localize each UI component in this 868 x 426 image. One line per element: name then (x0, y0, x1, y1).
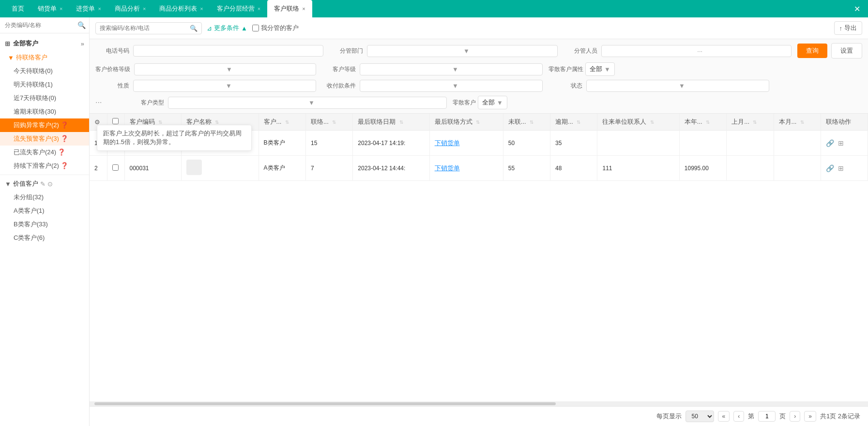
cell-contact-person-2: 111 (597, 156, 679, 181)
top-nav: 首页 销货单 × 进货单 × 商品分析 × 商品分析列表 × 客户分层经营 × … (0, 0, 868, 17)
tree-all-customers[interactable]: ⊞ 全部客户 » (0, 36, 89, 51)
sidebar-search-input[interactable] (5, 22, 77, 29)
main-search-icon[interactable]: 🔍 (190, 25, 198, 32)
retail-customer-select[interactable]: 全部 ▼ (478, 96, 507, 109)
arrow-value-icon: ▼ (5, 180, 11, 188)
sort-date-icon[interactable]: ⇅ (399, 119, 403, 125)
window-close-button[interactable]: ✕ (851, 4, 863, 14)
close-product-analysis-list-icon[interactable]: × (200, 6, 203, 12)
customer-type-select[interactable]: ▼ (168, 97, 447, 109)
price-grade-select[interactable]: ▼ (134, 63, 316, 75)
collapse-icon[interactable]: » (81, 40, 84, 47)
close-product-analysis-icon[interactable]: × (143, 6, 146, 12)
sidebar-item-class-c[interactable]: C类客户(6) (0, 231, 89, 245)
nav-customer-tier[interactable]: 客户分层经营 × (210, 0, 267, 17)
sidebar-item-today[interactable]: 今天待联络(0) (0, 64, 89, 78)
nav-customer-contact[interactable]: 客户联络 × (267, 0, 312, 17)
more-conditions-button[interactable]: ⊿ 更多条件 ▲ (207, 24, 247, 32)
close-purchase-order-icon[interactable]: × (98, 6, 101, 12)
contact-icon-1[interactable]: 🔗 (826, 139, 834, 147)
sort-code-icon[interactable]: ⇅ (158, 119, 162, 125)
more-icon-2[interactable]: ⊞ (838, 164, 844, 172)
sort-contact-icon[interactable]: ⇅ (332, 119, 336, 125)
horizontal-scrollbar[interactable] (90, 401, 868, 406)
sort-method-icon[interactable]: ⇅ (476, 119, 480, 125)
last-page-button[interactable]: » (804, 411, 816, 422)
sort-type-icon[interactable]: ⇅ (285, 119, 289, 125)
cell-last-date-2: 2023-04-12 14:44: (353, 156, 429, 181)
payment-select[interactable]: ▼ (360, 80, 543, 92)
cell-contact-count-1: 15 (305, 131, 352, 156)
sort-overdue-icon[interactable]: ⇅ (577, 119, 580, 125)
customer-grade-select[interactable]: ▼ (360, 63, 543, 75)
sidebar-item-declining[interactable]: 持续下滑客户(2) ❓ (0, 159, 89, 173)
main-search-input[interactable] (100, 25, 190, 31)
cell-type-2: A类客户 (259, 156, 305, 181)
close-sales-order-icon[interactable]: × (60, 6, 62, 12)
price-grade-arrow-icon: ▼ (226, 66, 312, 73)
per-page-label: 每页显示 (656, 412, 682, 421)
prev-page-button[interactable]: ‹ (733, 411, 744, 422)
nav-purchase-order[interactable]: 进货单 × (69, 0, 107, 17)
scroll-thumb[interactable] (94, 402, 556, 405)
sort-name-icon[interactable]: ⇅ (215, 119, 219, 125)
nature-select[interactable]: ▼ (133, 80, 316, 92)
nav-product-analysis[interactable]: 商品分析 × (108, 0, 152, 17)
sort-contact-person-icon[interactable]: ⇅ (650, 119, 654, 125)
export-button[interactable]: ↑ 导出 (834, 21, 863, 35)
sidebar-item-7days[interactable]: 近7天待联络(0) (0, 91, 89, 105)
contact-icon-2[interactable]: 🔗 (826, 164, 834, 172)
per-page-select[interactable]: 50 100 (685, 411, 714, 422)
retail-attr-select[interactable]: 全部 ▼ (585, 62, 615, 76)
cell-action-1: 🔗 ⊞ (821, 131, 868, 156)
pagination-bar: 每页显示 50 100 « ‹ 第 页 › » 共1页 2条记录 (90, 406, 868, 426)
settings-icon-small[interactable]: ⊙ (47, 180, 53, 188)
nav-home[interactable]: 首页 (5, 0, 31, 17)
first-page-button[interactable]: « (718, 411, 730, 422)
sidebar-item-ungrouped[interactable]: 未分组(32) (0, 191, 89, 204)
sidebar-search-bar: 🔍 (0, 17, 89, 33)
nav-product-analysis-list[interactable]: 商品分析列表 × (152, 0, 210, 17)
sidebar-item-overdue[interactable]: 逾期未联络(30) (0, 105, 89, 118)
next-page-button[interactable]: › (790, 411, 800, 422)
row-checkbox-2[interactable] (112, 164, 119, 171)
more-filters-dots[interactable]: ··· (95, 98, 102, 107)
sort-this-month-icon[interactable]: ⇅ (800, 119, 804, 125)
sidebar-item-churn-warning[interactable]: 流失预警客户(3) ❓ (0, 132, 89, 146)
filter-status: 状态 ▼ (548, 80, 769, 92)
sidebar-section-pending[interactable]: ▼ 待联络客户 (0, 51, 89, 64)
sidebar-item-class-a[interactable]: A类客户(1) (0, 204, 89, 218)
cell-last-month-2 (727, 156, 774, 181)
filter-dept: 分管部门 ▼ (329, 45, 557, 57)
last-method-link-2[interactable]: 下销货单 (435, 164, 460, 172)
settings-button[interactable]: 设置 (831, 43, 862, 59)
dept-select[interactable]: ▼ (367, 45, 557, 57)
close-customer-contact-icon[interactable]: × (302, 6, 305, 12)
edit-icon[interactable]: ✎ (40, 180, 46, 188)
sidebar-item-tomorrow[interactable]: 明天待联络(1) (0, 78, 89, 91)
cell-this-year-2: 10995.00 (679, 156, 726, 181)
my-customers-checkbox[interactable] (252, 25, 259, 31)
page-number-input[interactable] (758, 411, 776, 422)
more-icon-1[interactable]: ⊞ (838, 139, 844, 147)
last-method-link-1[interactable]: 下销货单 (435, 139, 460, 147)
sort-this-year-icon[interactable]: ⇅ (706, 119, 710, 125)
select-all-checkbox[interactable] (112, 118, 119, 124)
person-select[interactable]: ··· (601, 45, 792, 57)
sidebar-item-abnormal-repurchase[interactable]: 回购异常客户(2) ❓ (0, 118, 89, 132)
phone-input[interactable] (133, 45, 323, 57)
sidebar-item-churned[interactable]: 已流失客户(24) ❓ (0, 146, 89, 159)
customer-avatar-2 (186, 160, 202, 175)
filter-phone: 电话号码 (95, 45, 323, 57)
sort-uncontacted-icon[interactable]: ⇅ (530, 119, 533, 125)
sidebar-section-value[interactable]: ▼ 价值客户 ✎ ⊙ (0, 177, 89, 191)
customer-grade-arrow-icon: ▼ (452, 66, 538, 73)
close-customer-tier-icon[interactable]: × (258, 6, 260, 12)
retail-customer-arrow-icon: ▼ (497, 99, 503, 106)
sidebar-search-icon[interactable]: 🔍 (77, 21, 86, 29)
sort-last-month-icon[interactable]: ⇅ (753, 119, 757, 125)
status-select[interactable]: ▼ (586, 80, 769, 92)
query-button[interactable]: 查询 (797, 44, 827, 58)
nav-sales-order[interactable]: 销货单 × (31, 0, 69, 17)
sidebar-item-class-b[interactable]: B类客户(33) (0, 218, 89, 231)
